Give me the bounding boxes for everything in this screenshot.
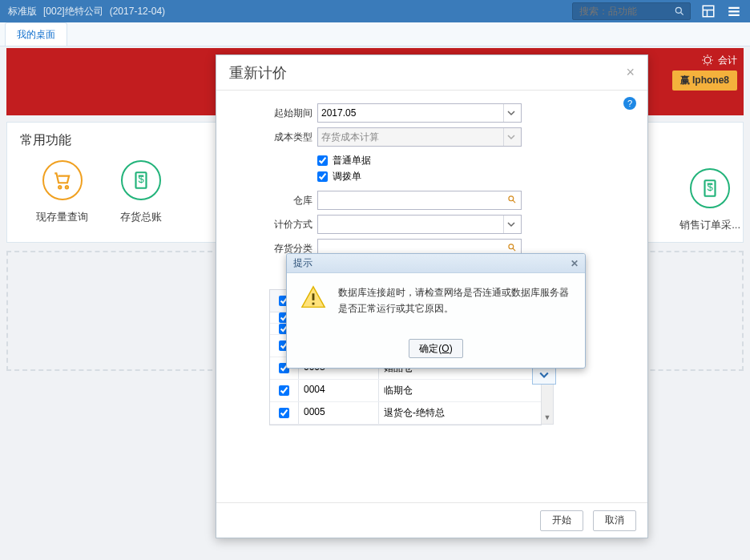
search-input[interactable] (573, 6, 669, 17)
scroll-down-icon[interactable]: ▼ (542, 411, 553, 424)
close-icon[interactable]: × (626, 64, 635, 81)
row-checkbox[interactable] (279, 408, 289, 418)
brand-text: 会计 (718, 54, 737, 67)
alert-body: 数据库连接超时，请检查网络是否连通或数据库服务器是否正常运行或其它原因。 (287, 273, 585, 339)
row-checkbox[interactable] (279, 385, 289, 396)
table-row[interactable]: 0004临期仓 (270, 380, 541, 402)
chevron-down-icon[interactable] (503, 216, 518, 233)
cart-icon (42, 160, 83, 200)
transfer-doc-checkbox[interactable] (317, 171, 328, 182)
brand-icon: 会计 (700, 53, 737, 67)
row-name: 临期仓 (379, 380, 541, 401)
feature-stock-query[interactable]: 现存量查询 (36, 160, 88, 224)
svg-point-27 (509, 244, 514, 248)
row-code: 0005 (299, 402, 379, 424)
search-button[interactable] (669, 2, 690, 20)
lookup-icon[interactable] (506, 194, 518, 207)
tab-bar: 我的桌面 (0, 22, 750, 46)
svg-rect-30 (312, 303, 315, 305)
chevron-down-icon[interactable] (503, 104, 518, 122)
org-code: [002]绝特公司 (43, 5, 103, 18)
svg-point-18 (65, 186, 67, 188)
start-period-value: 2017.05 (321, 107, 356, 119)
svg-line-26 (513, 200, 515, 203)
feature-inventory-ledger[interactable]: $ 存货总账 (120, 160, 162, 224)
cost-type-value: 存货成本计算 (321, 131, 379, 144)
warehouse-input[interactable] (317, 191, 522, 210)
global-search[interactable] (572, 2, 691, 20)
pricing-combobox[interactable] (317, 215, 522, 234)
svg-point-25 (509, 195, 514, 200)
header-right (572, 2, 742, 20)
alert-header: 提示 ✕ (287, 254, 585, 273)
header-left: 标准版 [002]绝特公司 (2017-12-04) (8, 5, 165, 18)
feature-label: 销售订单采... (679, 218, 740, 232)
svg-rect-2 (703, 6, 714, 17)
modal-footer: 开始 取消 (216, 502, 647, 538)
svg-rect-5 (728, 7, 740, 9)
svg-line-13 (704, 56, 704, 57)
pricing-label: 计价方式 (234, 218, 317, 232)
svg-point-17 (58, 186, 61, 188)
modal-header: 重新计价 × (216, 55, 647, 91)
alert-footer: 确定(O) (287, 339, 585, 368)
ok-prefix: 确定( (419, 343, 442, 354)
normal-doc-checkbox[interactable] (317, 155, 328, 166)
svg-line-14 (711, 63, 712, 64)
warning-icon (300, 284, 327, 334)
doc-money-icon: $ (121, 160, 161, 200)
cost-type-combobox: 存货成本计算 (317, 127, 522, 147)
warehouse-label: 仓库 (234, 194, 317, 207)
doc-money-icon: $ (690, 168, 730, 208)
cost-type-label: 成本类型 (234, 131, 317, 144)
svg-line-1 (681, 13, 683, 15)
svg-line-16 (711, 56, 712, 57)
banner-right: 会计 赢 Iphone8 (672, 53, 737, 91)
menu-icon[interactable] (726, 3, 742, 19)
svg-line-28 (513, 248, 515, 251)
ok-suffix: ) (450, 343, 453, 354)
close-icon[interactable]: ✕ (571, 258, 579, 269)
app-name: 标准版 (8, 5, 37, 18)
row-code: 0004 (299, 380, 379, 401)
table-row[interactable]: 0005退货仓-绝特总 (270, 402, 541, 425)
alert-title: 提示 (293, 256, 312, 270)
ok-button[interactable]: 确定(O) (409, 339, 462, 358)
feature-label: 现存量查询 (36, 210, 88, 224)
svg-point-8 (704, 57, 711, 63)
cancel-button[interactable]: 取消 (593, 510, 636, 531)
svg-line-15 (704, 63, 704, 64)
transfer-doc-label: 调拨单 (333, 170, 361, 183)
row-check-cell (270, 380, 299, 401)
top-header: 标准版 [002]绝特公司 (2017-12-04) (0, 0, 750, 22)
header-date: (2017-12-04) (110, 6, 165, 17)
tab-desktop[interactable]: 我的桌面 (5, 22, 67, 46)
feature-label: 存货总账 (120, 210, 162, 224)
normal-doc-label: 普通单据 (333, 154, 371, 167)
row-check-cell (270, 402, 299, 424)
alert-dialog: 提示 ✕ 数据库连接超时，请检查网络是否连通或数据库服务器是否正常运行或其它原因… (286, 253, 586, 369)
svg-rect-29 (312, 293, 315, 300)
feature-sales-order[interactable]: $ 销售订单采... (679, 168, 740, 232)
chevron-down-icon (503, 128, 518, 146)
layout-icon[interactable] (700, 3, 716, 19)
ok-key: O (442, 343, 449, 354)
start-period-combobox[interactable]: 2017.05 (317, 103, 522, 123)
row-name: 退货仓-绝特总 (379, 402, 541, 424)
tab-label: 我的桌面 (17, 28, 55, 42)
start-button[interactable]: 开始 (540, 510, 583, 531)
svg-rect-7 (728, 14, 740, 16)
alert-message: 数据库连接超时，请检查网络是否连通或数据库服务器是否正常运行或其它原因。 (338, 284, 572, 334)
promo-badge[interactable]: 赢 Iphone8 (672, 71, 737, 91)
svg-point-0 (675, 7, 681, 13)
modal-title: 重新计价 (229, 63, 287, 83)
svg-rect-6 (728, 10, 740, 12)
start-period-label: 起始期间 (234, 107, 317, 120)
